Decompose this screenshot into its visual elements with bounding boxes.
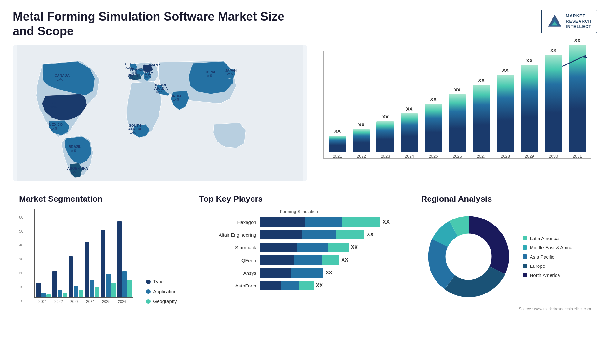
svg-text:xx%: xx% <box>51 105 57 109</box>
regional-title: Regional Analysis <box>421 194 591 204</box>
player-bar-wrap-hexagon: XX <box>260 217 399 227</box>
player-row-autoform: AutoForm XX <box>199 281 399 290</box>
seg-group-2023 <box>69 256 83 297</box>
player-bar-wrap-ansys: XX <box>260 268 399 278</box>
svg-text:xx%: xx% <box>207 74 213 78</box>
segmentation-container: Market Segmentation 60 50 40 30 20 10 0 <box>13 191 183 334</box>
bar-chart-inner: XX 2021 XX 2022 XX 2023 XX 2024 <box>323 51 591 159</box>
player-name-autoform: AutoForm <box>199 283 256 288</box>
legend-geography-dot <box>146 299 151 304</box>
bar-2029: XX 2029 <box>519 58 540 158</box>
player-row-qform: QForm XX <box>199 255 399 265</box>
player-bar-hexagon <box>260 217 380 227</box>
donut-area: Latin America Middle East & Africa Asia … <box>421 209 591 304</box>
player-bar-stampack <box>260 243 349 252</box>
legend-geography: Geography <box>146 299 177 304</box>
svg-text:xx%: xx% <box>71 171 77 174</box>
bar-2024: XX 2024 <box>399 106 420 158</box>
seg-group-2025 <box>101 230 116 297</box>
svg-line-35 <box>562 56 585 66</box>
svg-text:INDIA: INDIA <box>172 94 182 98</box>
seg-chart-area: 60 50 40 30 20 10 0 <box>19 209 177 304</box>
top-section: CANADA xx% U.S. xx% MEXICO xx% BRAZIL xx… <box>13 45 597 181</box>
player-name-stampack: Stampack <box>199 245 256 250</box>
seg-x-labels: 2021 2022 2023 2024 2025 2026 <box>34 300 133 304</box>
legend-type: Type <box>146 279 177 284</box>
map-container: CANADA xx% U.S. xx% MEXICO xx% BRAZIL xx… <box>13 45 307 181</box>
players-bars: Hexagon XX Altair Engineering <box>199 217 399 290</box>
world-map-svg: CANADA xx% U.S. xx% MEXICO xx% BRAZIL xx… <box>13 45 307 181</box>
logo-text: MARKET RESEARCH INTELLECT <box>566 13 592 30</box>
legend-asia-pacific: Asia Pacific <box>523 254 572 260</box>
bar-2025: XX 2025 <box>423 97 444 158</box>
player-name-ansys: Ansys <box>199 270 256 276</box>
player-name-hexagon: Hexagon <box>199 219 256 225</box>
seg-bars <box>34 209 133 298</box>
svg-text:BRAZIL: BRAZIL <box>69 145 82 149</box>
bottom-section: Market Segmentation 60 50 40 30 20 10 0 <box>13 191 597 334</box>
logo-icon <box>547 13 563 29</box>
svg-text:ARGENTINA: ARGENTINA <box>67 166 88 170</box>
map-canada-label: CANADA <box>55 73 70 77</box>
legend-latin-america: Latin America <box>523 236 572 241</box>
player-bar-wrap-altair: XX <box>260 230 399 239</box>
svg-text:ARABIA: ARABIA <box>154 86 168 90</box>
seg-legend: Type Application Geography <box>143 279 177 304</box>
bar-2028: XX 2028 <box>495 67 516 158</box>
player-bar-ansys <box>260 268 323 278</box>
player-bar-qform <box>260 255 339 265</box>
player-row-ansys: Ansys XX <box>199 268 399 278</box>
svg-text:JAPAN: JAPAN <box>225 69 237 72</box>
svg-text:xx%: xx% <box>57 78 63 81</box>
svg-text:xx%: xx% <box>71 149 77 152</box>
legend-application: Application <box>146 289 177 294</box>
svg-text:MEXICO: MEXICO <box>49 123 63 126</box>
player-bar-autoform <box>260 281 314 290</box>
legend-latin-america-box <box>523 236 527 240</box>
seg-group-2024 <box>85 242 99 297</box>
seg-group-2022 <box>52 271 67 297</box>
svg-text:xx%: xx% <box>130 131 136 134</box>
bar-2022: XX 2022 <box>351 122 372 158</box>
donut-legend: Latin America Middle East & Africa Asia … <box>523 236 572 278</box>
donut-chart <box>421 209 516 304</box>
bar-2023: XX 2023 <box>375 114 396 158</box>
legend-europe: Europe <box>523 263 572 269</box>
bar-2021: XX 2021 <box>327 128 348 158</box>
legend-europe-box <box>523 264 527 268</box>
svg-text:xx%: xx% <box>156 90 162 94</box>
player-bar-wrap-stampack: XX <box>260 243 399 252</box>
legend-type-dot <box>146 280 151 284</box>
segmentation-title: Market Segmentation <box>19 194 177 204</box>
player-row-stampack: Stampack XX <box>199 243 399 252</box>
seg-y-labels: 60 50 40 30 20 10 0 <box>19 215 23 304</box>
svg-text:xx%: xx% <box>129 77 135 80</box>
legend-asia-pacific-box <box>523 254 527 259</box>
player-name-qform: QForm <box>199 258 256 263</box>
players-title: Top Key Players <box>199 194 399 204</box>
svg-text:xx%: xx% <box>173 98 180 101</box>
player-name-altair: Altair Engineering <box>199 232 256 238</box>
bar-2026: XX 2026 <box>447 87 468 158</box>
regional-container: Regional Analysis Lat <box>415 191 597 334</box>
svg-point-42 <box>446 234 491 279</box>
trend-arrow <box>562 54 588 67</box>
player-bar-wrap-autoform: XX <box>260 281 399 290</box>
svg-text:U.S.: U.S. <box>51 101 57 105</box>
svg-text:CHINA: CHINA <box>205 70 216 74</box>
legend-north-america: North America <box>523 273 572 278</box>
seg-group-2021 <box>36 283 51 297</box>
player-row-altair: Altair Engineering XX <box>199 230 399 239</box>
legend-north-america-box <box>523 273 527 277</box>
seg-group-2026 <box>117 221 132 297</box>
logo: MARKET RESEARCH INTELLECT <box>541 10 597 33</box>
source-text: Source : www.marketresearchintellect.com <box>421 307 591 311</box>
svg-text:xx%: xx% <box>145 67 151 70</box>
page-title: Metal Forming Simulation Software Market… <box>13 10 299 38</box>
player-bar-wrap-qform: XX <box>260 255 399 265</box>
svg-text:xx%: xx% <box>145 75 151 78</box>
svg-text:xx%: xx% <box>227 72 233 76</box>
bar-2030: XX 2030 <box>543 48 564 158</box>
bar-2027: XX 2027 <box>471 78 492 158</box>
player-row-hexagon: Hexagon XX <box>199 217 399 227</box>
